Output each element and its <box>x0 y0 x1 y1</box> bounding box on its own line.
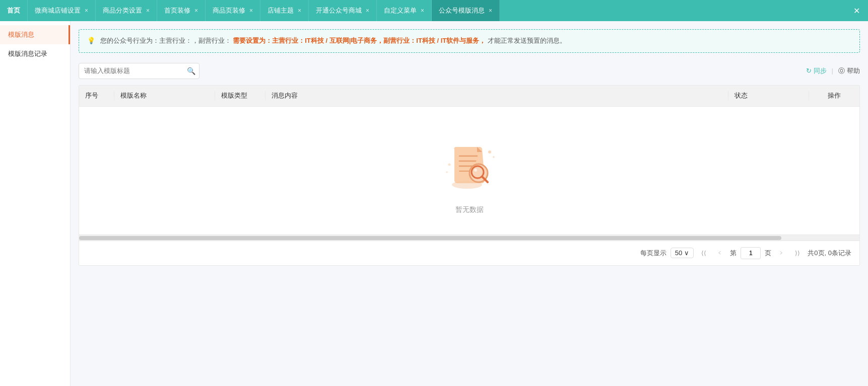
next-page-button[interactable]: ﹥ <box>775 247 787 259</box>
empty-state: 暂无数据 <box>79 107 859 235</box>
search-icon[interactable]: 🔍 <box>187 67 195 75</box>
close-tab-home-decor[interactable]: × <box>194 7 198 14</box>
th-content: 消息内容 <box>265 91 728 100</box>
chevron-down-icon: ∨ <box>684 249 689 257</box>
empty-illustration <box>439 137 500 197</box>
horizontal-scrollbar[interactable] <box>79 235 859 241</box>
tab-custom-menu[interactable]: 自定义菜单 × <box>377 0 432 21</box>
help-button[interactable]: ⓪ 帮助 <box>838 66 860 75</box>
search-input-wrap: 🔍 <box>79 63 199 79</box>
content-area: 💡 您的公众号行业为：主营行业：，副营行业： 需要设置为：主营行业：IT科技 /… <box>71 21 868 386</box>
bulb-icon: 💡 <box>87 37 95 44</box>
close-tab-custom-menu[interactable]: × <box>421 7 424 14</box>
help-icon: ⓪ <box>838 66 845 75</box>
pagination: 每页显示 50 ∨ ⟨⟨ ﹤ 第 页 ﹥ ⟩⟩ 共0页, 0条记录 <box>79 241 859 265</box>
svg-point-9 <box>488 150 491 153</box>
close-tab-open-mall[interactable]: × <box>366 7 369 14</box>
search-bar: 🔍 ↻ 同步 | ⓪ 帮助 <box>79 63 860 79</box>
close-tab-product-decor[interactable]: × <box>249 7 253 14</box>
scrollbar-thumb[interactable] <box>79 236 781 240</box>
svg-point-11 <box>448 163 450 166</box>
main-layout: 模版消息 模版消息记录 💡 您的公众号行业为：主营行业：，副营行业： 需要设置为… <box>0 21 868 386</box>
sidebar-item-template-msg[interactable]: 模版消息 <box>0 25 70 44</box>
close-tab-shop-theme[interactable]: × <box>298 7 301 14</box>
sidebar: 模版消息 模版消息记录 <box>0 21 71 386</box>
svg-point-8 <box>474 169 477 172</box>
tab-home-decor[interactable]: 首页装修 × <box>157 0 206 21</box>
search-actions: ↻ 同步 | ⓪ 帮助 <box>806 66 860 75</box>
close-tab-template-msg[interactable]: × <box>489 7 492 14</box>
search-input[interactable] <box>79 63 199 79</box>
svg-point-10 <box>493 156 495 158</box>
sidebar-item-template-record[interactable]: 模版消息记录 <box>0 44 70 63</box>
page-input[interactable] <box>741 247 761 259</box>
svg-point-12 <box>446 171 448 173</box>
tab-shop-settings[interactable]: 微商城店铺设置 × <box>28 0 96 21</box>
tab-template-msg[interactable]: 公众号模版消息 × <box>432 0 500 21</box>
data-table: 序号 模版名称 模版类型 消息内容 状态 操作 <box>79 85 860 266</box>
tab-home[interactable]: 首页 <box>0 0 28 21</box>
page-size-select[interactable]: 50 ∨ <box>671 248 694 258</box>
empty-text: 暂无数据 <box>455 205 484 214</box>
top-nav: 首页 微商城店铺设置 × 商品分类设置 × 首页装修 × 商品页装修 × 店铺主… <box>0 0 868 21</box>
th-name: 模版名称 <box>114 91 215 100</box>
th-seq: 序号 <box>79 91 114 100</box>
close-all-tabs[interactable]: ✕ <box>845 6 868 16</box>
divider: | <box>832 67 833 74</box>
tab-open-mall[interactable]: 开通公众号商城 × <box>309 0 377 21</box>
close-tab-category-settings[interactable]: × <box>146 7 150 14</box>
sync-icon: ↻ <box>806 67 812 74</box>
tab-product-decor[interactable]: 商品页装修 × <box>206 0 260 21</box>
th-type: 模版类型 <box>215 91 265 100</box>
tab-shop-theme[interactable]: 店铺主题 × <box>260 0 309 21</box>
sync-button[interactable]: ↻ 同步 <box>806 66 827 75</box>
table-header: 序号 模版名称 模版类型 消息内容 状态 操作 <box>79 86 859 107</box>
prev-page-button[interactable]: ﹤ <box>714 247 726 259</box>
th-action: 操作 <box>809 91 859 100</box>
last-page-button[interactable]: ⟩⟩ <box>791 247 804 259</box>
notice-box: 💡 您的公众号行业为：主营行业：，副营行业： 需要设置为：主营行业：IT科技 /… <box>79 29 860 53</box>
tab-category-settings[interactable]: 商品分类设置 × <box>96 0 157 21</box>
th-status: 状态 <box>728 91 809 100</box>
first-page-button[interactable]: ⟨⟨ <box>698 247 710 259</box>
close-tab-shop-settings[interactable]: × <box>85 7 88 14</box>
